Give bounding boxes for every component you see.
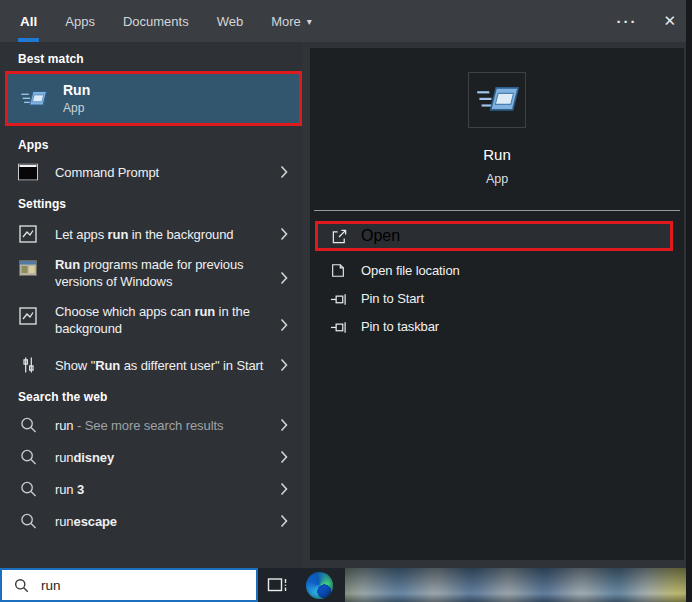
edge-icon (306, 572, 333, 599)
web-result-runescape[interactable]: runescape (0, 505, 302, 537)
best-match-result-run[interactable]: Run App (5, 71, 302, 126)
chevron-down-icon: ▾ (307, 16, 312, 27)
desktop-wallpaper-strip (345, 568, 686, 602)
result-label: run - See more search results (55, 417, 223, 434)
web-result-run-3[interactable]: run 3 (0, 473, 302, 505)
tab-web-label: Web (217, 14, 244, 29)
action-pin-to-taskbar[interactable]: Pin to taskbar (315, 312, 667, 340)
sliders-icon (14, 356, 42, 374)
search-input-value[interactable]: run (41, 578, 61, 593)
run-app-icon-large (475, 84, 519, 116)
best-match-header: Best match (18, 52, 84, 66)
divider (314, 210, 680, 211)
tab-apps[interactable]: Apps (65, 0, 95, 42)
preview-app-name: Run (310, 146, 684, 163)
background-apps-icon (14, 225, 42, 243)
task-view-button[interactable] (260, 568, 294, 602)
result-compatibility[interactable]: Run programs made for previous versions … (0, 256, 302, 300)
search-icon (14, 578, 29, 593)
action-open-file-location[interactable]: Open file location (315, 256, 667, 284)
screen-edge (686, 0, 692, 602)
result-label: Run programs made for previous versions … (55, 256, 260, 290)
tab-more-label: More (271, 14, 301, 29)
chevron-right-icon (280, 418, 288, 432)
taskbar-search-box[interactable]: run (0, 568, 258, 602)
result-run-as-different-user[interactable]: Show "Run as different user" in Start (0, 350, 302, 380)
search-filter-bar: All Apps Documents Web More▾ ··· ✕ (0, 0, 692, 42)
close-icon[interactable]: ✕ (663, 12, 676, 30)
result-label: Command Prompt (55, 164, 159, 181)
open-icon (318, 228, 361, 245)
tab-more[interactable]: More▾ (271, 0, 312, 42)
search-icon (14, 417, 42, 434)
more-options-icon[interactable]: ··· (616, 13, 637, 30)
results-list: Best match Run App Apps (0, 42, 302, 568)
result-label: Let apps run in the background (55, 226, 233, 243)
run-app-icon (18, 89, 48, 109)
result-label: Choose which apps can run in the backgro… (55, 303, 260, 337)
result-choose-background-apps[interactable]: Choose which apps can run in the backgro… (0, 303, 302, 347)
chevron-right-icon (280, 271, 288, 285)
file-location-icon (315, 262, 361, 279)
chevron-right-icon (280, 514, 288, 528)
preview-panel: Run App Open Open file location Pin to S… (310, 48, 684, 560)
tab-all[interactable]: All (20, 0, 37, 42)
compatibility-icon (14, 260, 42, 276)
search-icon (14, 481, 42, 498)
command-prompt-icon (14, 164, 42, 181)
preview-app-type: App (310, 172, 684, 186)
web-result-rundisney[interactable]: rundisney (0, 441, 302, 473)
result-label: Show "Run as different user" in Start (55, 357, 260, 374)
tab-documents-label: Documents (123, 14, 189, 29)
taskbar: run (0, 568, 692, 602)
background-apps-icon (14, 307, 42, 325)
action-pin-to-start[interactable]: Pin to Start (315, 284, 667, 312)
pin-icon (315, 318, 361, 335)
apps-section-header: Apps (18, 138, 48, 152)
action-label: Pin to Start (361, 291, 424, 306)
chevron-right-icon (280, 482, 288, 496)
tab-apps-label: Apps (65, 14, 95, 29)
chevron-right-icon (280, 165, 288, 179)
best-match-title: Run (63, 82, 90, 98)
action-label: Open file location (361, 263, 460, 278)
result-command-prompt[interactable]: Command Prompt (0, 157, 302, 187)
app-icon-frame (468, 72, 526, 128)
chevron-right-icon (280, 450, 288, 464)
filter-tabs: All Apps Documents Web More▾ (0, 0, 312, 42)
search-icon (14, 513, 42, 530)
edge-browser-button[interactable] (298, 568, 340, 602)
result-label: runescape (55, 513, 117, 530)
tab-documents[interactable]: Documents (123, 0, 189, 42)
action-open[interactable]: Open (315, 221, 673, 251)
chevron-right-icon (280, 318, 288, 332)
result-label: rundisney (55, 449, 114, 466)
chevron-right-icon (280, 358, 288, 372)
result-label: run 3 (55, 481, 84, 498)
action-label: Pin to taskbar (361, 319, 439, 334)
result-background-apps[interactable]: Let apps run in the background (0, 219, 302, 249)
tab-all-label: All (20, 14, 37, 29)
best-match-subtitle: App (63, 101, 90, 115)
search-icon (14, 449, 42, 466)
web-section-header: Search the web (18, 390, 107, 404)
tab-web[interactable]: Web (217, 0, 244, 42)
settings-section-header: Settings (18, 197, 66, 211)
pin-icon (315, 290, 361, 307)
action-label: Open (361, 227, 400, 245)
task-view-icon (267, 576, 288, 594)
search-flyout: All Apps Documents Web More▾ ··· ✕ Best … (0, 0, 692, 602)
web-result-see-more[interactable]: run - See more search results (0, 409, 302, 441)
chevron-right-icon (280, 227, 288, 241)
